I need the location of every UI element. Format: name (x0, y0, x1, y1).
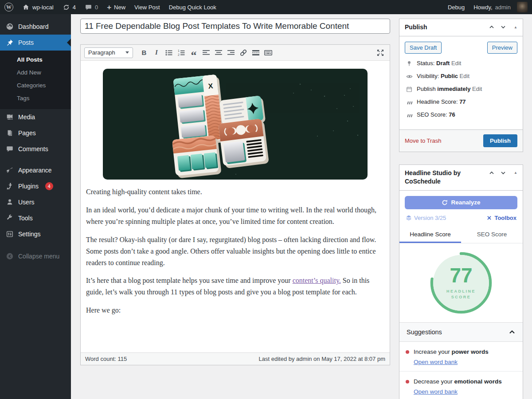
sidebar-item-add-new[interactable]: Add New (0, 66, 71, 79)
bold-button[interactable]: B (138, 47, 150, 59)
visibility-row: Visibility: Public Edit (406, 73, 516, 80)
align-center-button[interactable] (213, 47, 224, 59)
sidebar-item-appearance[interactable]: Appearance (0, 162, 71, 178)
blockquote-button[interactable]: “ (188, 47, 200, 59)
sidebar-item-pages[interactable]: Pages (0, 125, 71, 141)
plugins-icon (5, 182, 14, 190)
pages-icon (5, 129, 14, 137)
menu-separator (0, 157, 71, 162)
numbered-list-button[interactable]: 12 (176, 47, 187, 59)
bullet-list-button[interactable] (163, 47, 175, 59)
sidebar-item-tools[interactable]: Tools (0, 210, 71, 226)
move-down-button[interactable] (500, 23, 507, 31)
svg-text:2: 2 (178, 53, 180, 56)
fullscreen-button[interactable] (375, 47, 386, 59)
tab-headline-score[interactable]: Headline Score (399, 227, 461, 243)
pin-icon (5, 39, 14, 47)
tab-seo-score[interactable]: SEO Score (461, 227, 523, 243)
debug-quick-look-link[interactable]: Debug Quick Look (164, 0, 221, 14)
sidebar-item-media[interactable]: Media (0, 109, 71, 125)
toolbar-toggle-button[interactable] (262, 47, 274, 59)
editor-column: Paragraph B I 12 “ (80, 19, 390, 399)
open-word-bank-link[interactable]: Open word bank (414, 359, 458, 365)
paragraph: Here we go: (86, 305, 384, 316)
last-edited: Last edited by admin on May 17, 2022 at … (259, 356, 385, 362)
align-right-button[interactable] (225, 47, 237, 59)
align-center-icon (214, 48, 223, 57)
publishing-actions: Move to Trash Publish (399, 129, 523, 152)
link-icon (239, 48, 248, 57)
site-name-link[interactable]: wp-local (18, 0, 58, 14)
align-left-button[interactable] (200, 47, 212, 59)
sidebar-item-categories[interactable]: Categories (0, 79, 71, 92)
publish-button[interactable]: Publish (483, 134, 517, 147)
insert-link-button[interactable] (238, 47, 249, 59)
headline-score-panel: 77 HEADLINE SCORE (399, 243, 523, 322)
editor-status-bar: Word count: 115 Last edited by admin on … (81, 352, 390, 365)
toggle-panel-button[interactable]: ▲ (511, 25, 517, 29)
move-down-button[interactable] (500, 169, 507, 176)
main-content: Paragraph B I 12 “ (71, 14, 532, 399)
preview-button[interactable]: Preview (487, 42, 517, 54)
edit-schedule-link[interactable]: Edit (472, 86, 482, 92)
avatar (517, 2, 528, 12)
publish-box-header: Publish ▲ (399, 19, 523, 36)
svg-text:1: 1 (178, 49, 180, 52)
edit-visibility-link[interactable]: Edit (460, 73, 469, 79)
move-to-trash-link[interactable]: Move to Trash (405, 137, 441, 144)
paragraph-format-select[interactable]: Paragraph (84, 47, 133, 58)
svg-text:X: X (208, 82, 214, 90)
content-quality-link[interactable]: content’s quality. (293, 277, 341, 284)
sidebar-item-comments[interactable]: Comments (0, 141, 71, 157)
new-content-link[interactable]: + New (102, 0, 130, 14)
fullscreen-icon (376, 49, 384, 57)
headline-studio-title: Headline Studio by CoSchedule (405, 169, 480, 186)
sidebar-item-posts[interactable]: Posts (0, 35, 71, 51)
collapse-menu-button[interactable]: Collapse menu (0, 248, 71, 264)
suggestions-header[interactable]: Suggestions (399, 322, 523, 342)
sidebar-item-users[interactable]: Users (0, 194, 71, 210)
version-selector[interactable]: Version 3/25 (406, 215, 446, 221)
my-account-link[interactable]: Howdy, admin (469, 0, 532, 14)
headline-score-row: Headline Score: 77 (406, 98, 516, 106)
edit-status-link[interactable]: Edit (451, 60, 461, 66)
settings-icon (5, 230, 14, 238)
italic-button[interactable]: I (151, 47, 162, 59)
comments-menu-icon (5, 145, 14, 153)
open-word-bank-link[interactable]: Open word bank (414, 388, 458, 395)
save-draft-button[interactable]: Save Draft (405, 42, 442, 54)
sidebar-item-all-posts[interactable]: All Posts (0, 53, 71, 66)
suggestion-item: Decrease your emotional words Open word … (399, 371, 523, 399)
username: admin (495, 4, 511, 11)
toggle-panel-button[interactable]: ▲ (511, 171, 517, 175)
read-more-button[interactable] (250, 47, 262, 59)
post-title-input[interactable] (80, 19, 390, 34)
view-post-link[interactable]: View Post (130, 0, 164, 14)
publish-box-body: Save Draft Preview Status: Draft Edit Vi… (399, 36, 523, 129)
sidebar-item-tags[interactable]: Tags (0, 92, 71, 105)
sidebar-item-settings[interactable]: Settings (0, 226, 71, 242)
paragraph: The result? Okay-ish quality (or dare I … (86, 234, 384, 269)
move-up-button[interactable] (488, 23, 495, 31)
suggestions-list: Increase your power words Open word bank… (399, 342, 523, 399)
reanalyze-button[interactable]: Reanalyze (405, 196, 517, 209)
toolbox-icon (486, 215, 492, 221)
headline-studio-header: Headline Studio by CoSchedule ▲ (399, 165, 523, 191)
sidebar-item-dashboard[interactable]: Dashboard (0, 19, 71, 35)
toolbox-button[interactable]: Toolbox (486, 215, 516, 221)
editor-content[interactable]: X (81, 61, 390, 352)
comments-link[interactable]: 0 (80, 0, 102, 14)
editor-toolbar: Paragraph B I 12 “ (81, 45, 390, 61)
debug-link[interactable]: Debug (443, 0, 469, 14)
status-icon (406, 60, 413, 67)
posts-submenu: All Posts Add New Categories Tags (0, 51, 71, 109)
move-up-button[interactable] (488, 169, 495, 176)
chevron-down-icon (125, 51, 129, 54)
seo-score-row: SEO Score: 76 (406, 111, 516, 118)
update-count: 4 (73, 4, 76, 11)
updates-link[interactable]: 4 (58, 0, 80, 14)
site-name: wp-local (32, 4, 54, 11)
sidebar-item-plugins[interactable]: Plugins 4 (0, 178, 71, 194)
headline-score-value: 77 (450, 265, 472, 286)
wordpress-menu[interactable]: W (0, 0, 18, 14)
